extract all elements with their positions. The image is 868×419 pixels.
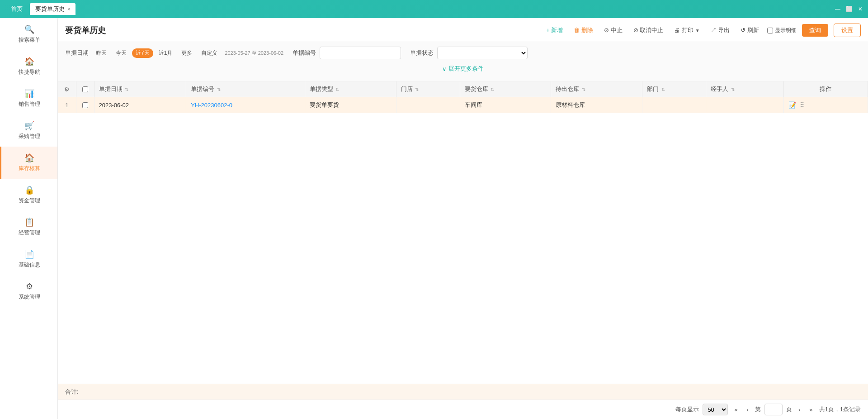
- td-number: YH-20230602-0: [186, 97, 305, 113]
- tab-close-icon[interactable]: ×: [67, 6, 70, 12]
- sort-type-icon: ⇅: [335, 87, 339, 92]
- th-handler[interactable]: 经手人 ⇅: [706, 81, 783, 97]
- date-tab-custom[interactable]: 自定义: [198, 48, 221, 58]
- page-size-label: 每页显示: [675, 405, 699, 414]
- date-tabs: 昨天 今天 近7天 近1月 更多 自定义: [92, 48, 221, 58]
- print-dropdown-icon[interactable]: ▼: [695, 28, 700, 33]
- date-range-display: 2023-05-27 至 2023-06-02: [225, 50, 283, 57]
- filter-row-1: 单据日期 昨天 今天 近7天 近1月 更多 自定义 2023-05-27 至 2…: [65, 47, 861, 59]
- th-department[interactable]: 部门 ⇅: [642, 81, 706, 97]
- date-tab-1month[interactable]: 近1月: [155, 48, 176, 58]
- settings-button[interactable]: 设置: [834, 24, 861, 37]
- purchase-mgmt-icon: 🛒: [24, 121, 34, 131]
- date-tab-yesterday[interactable]: 昨天: [92, 48, 110, 58]
- th-checkbox: [76, 81, 94, 97]
- pagination-bar: 每页显示 20 50 100 « ‹ 第 1 页 › » 共1页，1条记录: [58, 400, 868, 419]
- next-page-button[interactable]: ›: [796, 405, 803, 414]
- td-seq: 1: [58, 97, 76, 113]
- first-page-button[interactable]: «: [731, 405, 740, 414]
- page-label: 页: [786, 405, 792, 414]
- top-bar: 首页 要货单历史 × — ⬜ ✕: [0, 0, 868, 18]
- page-title: 要货单历史: [65, 25, 106, 36]
- finance-mgmt-icon: 🔒: [24, 185, 34, 195]
- display-detail-checkbox[interactable]: [767, 28, 773, 33]
- sidebar-item-sales-mgmt[interactable]: 📊 销售管理: [0, 82, 57, 114]
- select-all-checkbox[interactable]: [82, 86, 88, 92]
- page-size-select[interactable]: 20 50 100: [703, 404, 728, 415]
- td-req-warehouse: 车间库: [460, 97, 551, 113]
- sort-handler-icon: ⇅: [731, 87, 735, 92]
- th-date[interactable]: 单据日期 ⇅: [94, 81, 186, 97]
- doc-number-filter-group: 单据编号: [292, 47, 401, 59]
- last-page-button[interactable]: »: [807, 405, 815, 414]
- action-icons: 📝 ⠿: [788, 101, 863, 109]
- refresh-button[interactable]: ↺ 刷新: [738, 24, 762, 36]
- date-tab-7days[interactable]: 近7天: [132, 48, 153, 58]
- page-number-input[interactable]: 1: [764, 404, 783, 415]
- th-store[interactable]: 门店 ⇅: [396, 81, 460, 97]
- sales-mgmt-icon: 📊: [24, 89, 34, 99]
- td-date: 2023-06-02: [94, 97, 186, 113]
- th-pending-warehouse[interactable]: 待出仓库 ⇅: [551, 81, 642, 97]
- filter-area: 单据日期 昨天 今天 近7天 近1月 更多 自定义 2023-05-27 至 2…: [58, 41, 868, 81]
- doc-number-input[interactable]: [320, 47, 401, 59]
- sort-pending-warehouse-icon: ⇅: [582, 87, 585, 92]
- doc-number-link[interactable]: YH-20230602-0: [191, 102, 232, 109]
- date-tab-today[interactable]: 今天: [112, 48, 130, 58]
- minimize-icon[interactable]: —: [835, 6, 840, 12]
- add-button[interactable]: + 新增: [543, 24, 566, 36]
- close-icon[interactable]: ✕: [858, 6, 863, 12]
- sidebar-item-ops-mgmt[interactable]: 📋 经营管理: [0, 211, 57, 243]
- th-action: 操作: [783, 81, 868, 97]
- th-settings[interactable]: ⚙: [58, 81, 76, 97]
- tab-bar: 首页 要货单历史 ×: [5, 3, 835, 15]
- th-type[interactable]: 单据类型 ⇅: [305, 81, 396, 97]
- date-filter-group: 单据日期 昨天 今天 近7天 近1月 更多 自定义 2023-05-27 至 2…: [65, 48, 283, 58]
- sidebar-item-inventory[interactable]: 🏠 库存核算: [0, 147, 57, 179]
- edit-action-icon[interactable]: 📝: [788, 101, 796, 109]
- td-handler: [706, 97, 783, 113]
- td-department: [642, 97, 706, 113]
- sort-number-icon: ⇅: [217, 87, 221, 92]
- quick-nav-icon: 🏠: [24, 57, 34, 67]
- sidebar-item-quick-nav[interactable]: 🏠 快捷导航: [0, 50, 57, 82]
- summary-label: 合计:: [65, 388, 79, 396]
- status-select[interactable]: [437, 47, 528, 59]
- tab-home[interactable]: 首页: [5, 3, 28, 15]
- display-detail-checkbox-label[interactable]: 显示明细: [767, 27, 797, 34]
- chevron-down-icon: ∨: [442, 66, 447, 72]
- sidebar-item-finance-mgmt[interactable]: 🔒 资金管理: [0, 179, 57, 211]
- inventory-icon: 🏠: [24, 153, 34, 163]
- cancel-stop-button[interactable]: ⊘ 取消中止: [631, 24, 666, 36]
- th-req-warehouse[interactable]: 要货仓库 ⇅: [460, 81, 551, 97]
- tab-requisition-history[interactable]: 要货单历史 ×: [30, 3, 75, 15]
- export-button[interactable]: ↗ 导出: [708, 24, 733, 36]
- delete-button[interactable]: 🗑 删除: [571, 24, 596, 36]
- th-number[interactable]: 单据编号 ⇅: [186, 81, 305, 97]
- td-action: 📝 ⠿: [783, 97, 868, 113]
- sidebar-item-purchase-mgmt[interactable]: 🛒 采购管理: [0, 114, 57, 147]
- sidebar-item-basic-info[interactable]: 📄 基础信息: [0, 243, 57, 275]
- stop-button[interactable]: ⊘ 中止: [601, 24, 625, 36]
- requisition-table: ⚙ 单据日期 ⇅ 单据编号 ⇅: [58, 81, 868, 113]
- table-container: ⚙ 单据日期 ⇅ 单据编号 ⇅: [58, 81, 868, 384]
- expand-more-button[interactable]: ∨ 展开更多条件: [65, 62, 861, 76]
- pagination-summary: 共1页，1条记录: [819, 405, 861, 414]
- go-to-label: 第: [755, 405, 761, 414]
- td-store: [396, 97, 460, 113]
- maximize-icon[interactable]: ⬜: [846, 6, 853, 12]
- sidebar-item-sys-mgmt[interactable]: ⚙ 系统管理: [0, 275, 57, 307]
- status-label: 单据状态: [410, 49, 434, 57]
- row-checkbox[interactable]: [82, 102, 88, 108]
- more-action-icon[interactable]: ⠿: [800, 101, 804, 109]
- sort-store-icon: ⇅: [415, 87, 419, 92]
- print-button[interactable]: 🖨 打印 ▼: [671, 24, 703, 36]
- sidebar-item-search-menu[interactable]: 🔍 搜索菜单: [0, 18, 57, 50]
- sidebar: 🔍 搜索菜单 🏠 快捷导航 📊 销售管理 🛒 采购管理 🏠 库存核算 🔒 资金管…: [0, 18, 58, 419]
- prev-page-button[interactable]: ‹: [744, 405, 751, 414]
- date-tab-more[interactable]: 更多: [178, 48, 196, 58]
- sort-date-icon: ⇅: [125, 87, 128, 92]
- main-layout: 🔍 搜索菜单 🏠 快捷导航 📊 销售管理 🛒 采购管理 🏠 库存核算 🔒 资金管…: [0, 18, 868, 419]
- search-button[interactable]: 查询: [802, 24, 828, 37]
- table-row[interactable]: 1 2023-06-02 YH-20230602-0: [58, 97, 868, 113]
